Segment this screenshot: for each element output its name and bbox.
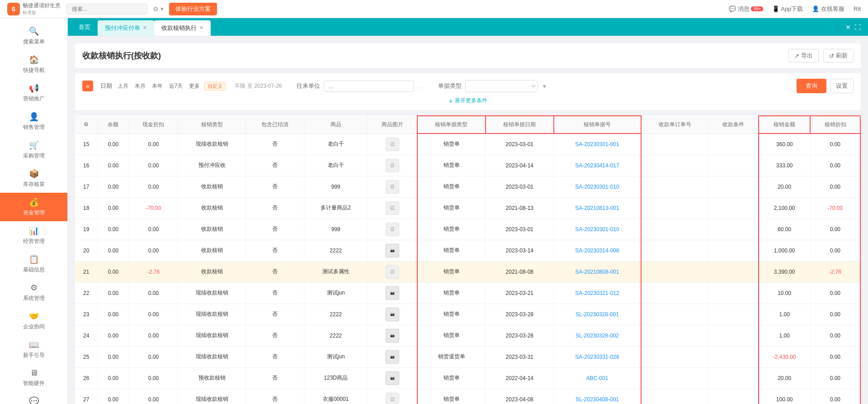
industry-btn[interactable]: 体验行业方案: [169, 3, 217, 15]
cell-verify-bill-date: 2022-04-14: [486, 367, 554, 389]
app-download-btn[interactable]: 📱 App下载: [772, 5, 803, 13]
sidebar-item-fund-mgmt[interactable]: 💰 资金管理: [0, 193, 67, 221]
logo-text: 畅捷通谐好生意 标准版: [23, 2, 61, 16]
bill-no-link[interactable]: SA-20230331-026: [575, 354, 619, 360]
th-verify-bill-date: 核销单据日期: [486, 116, 554, 133]
bill-no-link[interactable]: SA-20210808-001: [575, 269, 619, 275]
sidebar-item-quick-nav[interactable]: 🏠 快捷导航: [0, 50, 67, 79]
sidebar-item-enterprise[interactable]: 🤝 企业协同: [0, 307, 67, 335]
tab-home[interactable]: 首页: [71, 19, 98, 35]
settings-icon[interactable]: ⚙: [153, 5, 159, 13]
unit-input[interactable]: [324, 81, 414, 92]
sidebar-item-guide[interactable]: 📖 新手引导: [0, 335, 67, 364]
sidebar-item-inventory[interactable]: 📦 库存核算: [0, 164, 67, 193]
sidebar-item-search-menu[interactable]: 🔍 搜索菜单: [0, 22, 67, 50]
sidebar-item-label: 营销推广: [23, 95, 45, 103]
cell-verify-discount: 0.00: [810, 240, 860, 261]
bill-no-link[interactable]: SA-20230314-008: [575, 247, 619, 254]
logo: 6 畅捷通谐好生意 标准版: [7, 2, 61, 16]
cell-verify-bill-type: 销货退货单: [417, 346, 486, 367]
search-input[interactable]: [66, 4, 147, 14]
table-row: 19 0.00 0.00 收款核销 否 999 🖼 销货单 2023-03-01…: [75, 219, 860, 240]
cell-receipt-order-no: [641, 261, 709, 282]
date-option-this-year[interactable]: 本年: [150, 81, 165, 91]
column-settings-icon[interactable]: ⚙: [84, 121, 89, 128]
bill-no-link[interactable]: SL-20230328-001: [576, 311, 619, 318]
cell-verify-amount: 60.00: [759, 219, 810, 240]
filter-settings-btn[interactable]: 设置: [830, 79, 854, 93]
date-option-this-month[interactable]: 本月: [133, 81, 147, 91]
cell-goods: 123D商品: [304, 367, 367, 389]
cell-goods: 测试多属性: [304, 261, 367, 282]
date-option-last-month[interactable]: 上月: [116, 81, 130, 91]
bill-no-link[interactable]: SL-20230328-002: [576, 333, 619, 339]
sidebar-item-marketing[interactable]: 📢 营销推广: [0, 79, 67, 107]
cell-verify-bill-date: 2023-03-21: [486, 282, 554, 304]
sidebar-item-purchase-mgmt[interactable]: 🛒 采购管理: [0, 136, 67, 164]
online-service-btn[interactable]: 👤 在线客服: [812, 5, 844, 13]
date-option-7days[interactable]: 近7天: [167, 81, 185, 91]
cell-cash-discount: -2.76: [129, 261, 178, 282]
bill-no-link[interactable]: SA-20230301-010: [575, 184, 619, 190]
cell-goods: 老白干: [304, 155, 367, 176]
bill-no-link[interactable]: SA-20210813-001: [575, 205, 619, 211]
tab-close-btn[interactable]: ✕: [845, 24, 851, 31]
goods-img: 📷: [386, 308, 399, 321]
cell-verify-bill-date: 2023-03-01: [486, 219, 554, 240]
cell-verify-discount: 0.00: [810, 389, 860, 404]
date-option-custom[interactable]: 自定义: [204, 82, 226, 90]
cell-receipt-order-no: [641, 367, 709, 389]
tab-collect-exec[interactable]: 收款核销执行 ✕: [154, 20, 211, 36]
bill-no-link[interactable]: ABC-001: [586, 375, 609, 381]
sidebar-item-label: 经营管理: [23, 238, 45, 245]
bill-no-link[interactable]: SA-20230301-010: [575, 226, 619, 233]
cell-verify-type: 收款核销: [178, 219, 245, 240]
cell-verify-bill-type: 销货单: [417, 133, 486, 155]
sidebar-item-basic-info[interactable]: 📋 基础信息: [0, 250, 67, 278]
sidebar-item-ops-mgmt[interactable]: 📊 经营管理: [0, 221, 67, 250]
cell-balance: 0.00: [98, 219, 129, 240]
query-btn[interactable]: 查询: [797, 79, 826, 93]
logo-icon: 6: [7, 3, 20, 15]
bill-no-link[interactable]: SA-20230414-017: [575, 162, 619, 169]
cell-verify-amount: 20.00: [759, 176, 810, 197]
sidebar-item-wechat[interactable]: 💬 企业微信: [0, 392, 67, 404]
cell-goods: 999: [304, 219, 367, 240]
cell-verify-bill-date: 2023-04-14: [486, 155, 554, 176]
refresh-btn[interactable]: ↺ 刷新: [823, 49, 854, 62]
sidebar-item-sys-mgmt[interactable]: ⚙ 系统管理: [0, 278, 67, 307]
filter-bar: » 日期 上月 本月 本年 近7天 更多 自定义 不限 至 2023-07-26: [75, 73, 861, 110]
th-verify-discount: 核销折扣: [810, 116, 860, 133]
cell-goods-img: 📷: [368, 367, 417, 389]
bill-no-link[interactable]: SL-20230408-001: [576, 396, 619, 403]
expand-more-btn[interactable]: ∨ 展开更多条件: [449, 97, 487, 105]
cell-cash-discount: 0.00: [129, 389, 178, 404]
cell-balance: 0.00: [98, 304, 129, 325]
cell-no: 23: [75, 304, 98, 325]
cell-balance: 0.00: [98, 133, 129, 155]
export-btn[interactable]: ↗ 导出: [788, 49, 819, 62]
cell-include-settled: 否: [245, 325, 304, 346]
sidebar-item-smart-hw[interactable]: 🖥 智能硬件: [0, 364, 67, 392]
dropdown-icon[interactable]: ▾: [160, 5, 164, 12]
bill-no-link[interactable]: SA-20230321-012: [575, 290, 619, 296]
cell-receipt-condition: [709, 261, 759, 282]
messages-btn[interactable]: 💬 消息 99+: [729, 5, 763, 13]
sidebar-item-sales-mgmt[interactable]: 👤 销售管理: [0, 107, 67, 136]
cell-verify-bill-type: 销货单: [417, 219, 486, 240]
filter-dots[interactable]: …: [418, 83, 424, 90]
cell-goods-img: 🖼: [368, 219, 417, 240]
goods-img-placeholder: 🖼: [386, 138, 399, 151]
tab-expand-btn[interactable]: ⛶: [854, 24, 861, 31]
tab-close-prepay[interactable]: ✕: [143, 25, 147, 31]
single-type-select[interactable]: [465, 80, 538, 92]
sidebar-item-label: 基础信息: [23, 266, 45, 274]
date-option-more[interactable]: 更多: [187, 81, 202, 91]
collapse-filter-btn[interactable]: »: [82, 81, 93, 91]
cell-verify-amount: 360.00: [759, 133, 810, 155]
th-settings[interactable]: ⚙: [75, 116, 98, 133]
cell-receipt-condition: [709, 304, 759, 325]
bill-no-link[interactable]: SA-20230301-001: [575, 141, 619, 147]
tab-close-collect-exec[interactable]: ✕: [199, 25, 203, 31]
tab-prepay[interactable]: 预付冲应付单 ✕: [98, 20, 154, 36]
